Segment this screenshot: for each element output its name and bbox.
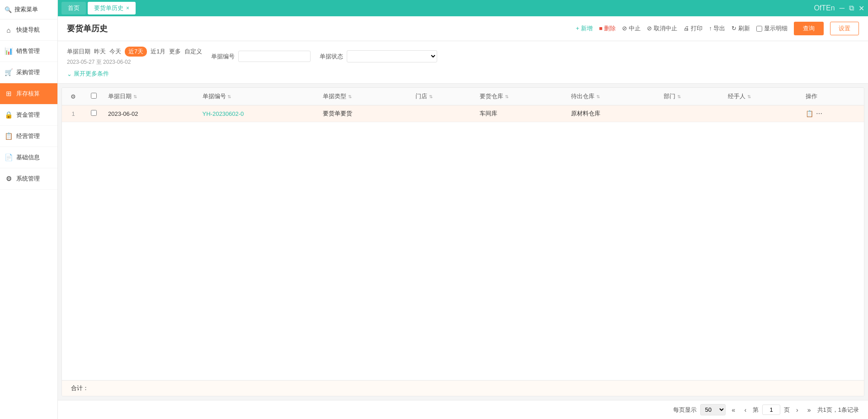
sidebar-item-basic[interactable]: 📄 基础信息 [0, 147, 57, 168]
row-edit-icon[interactable]: 📋 [806, 110, 813, 117]
date-opt-custom[interactable]: 自定义 [184, 48, 202, 56]
date-opt-1month[interactable]: 近1月 [151, 48, 165, 56]
date-opt-7days[interactable]: 近7天 [125, 47, 147, 57]
sidebar-item-operation[interactable]: 📋 经营管理 [0, 126, 57, 147]
display-detail-toggle[interactable]: 显示明细 [756, 24, 788, 33]
status-select[interactable] [347, 50, 437, 62]
tab-bill-history[interactable]: 要货单历史 × [88, 2, 136, 14]
sidebar-item-quick-nav[interactable]: ⌂ 快捷导航 [0, 19, 57, 41]
next-page-button[interactable]: › [793, 405, 801, 414]
page-size-select[interactable]: 10 20 50 100 [700, 404, 726, 415]
bill-no-filter: 单据编号 [211, 51, 311, 62]
sort-req-wh-icon: ⇅ [505, 94, 509, 99]
table-container: ⚙ 单据日期 ⇅ 单据编号 ⇅ [62, 88, 864, 380]
sidebar-item-sales[interactable]: 📊 销售管理 [0, 41, 57, 62]
col-store-label: 门店 [415, 93, 427, 100]
sidebar-item-label: 资金管理 [16, 111, 40, 119]
sidebar-item-finance[interactable]: 🔒 资金管理 [0, 105, 57, 126]
search-icon: 🔍 [5, 6, 12, 13]
settings-button[interactable]: 设置 [830, 22, 859, 35]
col-pending-warehouse[interactable]: 待出仓库 ⇅ [566, 88, 658, 105]
sidebar-item-label: 基础信息 [16, 153, 40, 162]
delete-button[interactable]: ■ 删除 [599, 24, 616, 33]
stop-button[interactable]: ⊘ 中止 [622, 24, 641, 33]
col-dept-label: 部门 [664, 93, 675, 100]
sidebar-item-system[interactable]: ⚙ 系统管理 [0, 168, 57, 190]
prev-page-button[interactable]: ‹ [741, 405, 749, 414]
col-handler[interactable]: 经手人 ⇅ [722, 88, 800, 105]
sidebar-item-label: 经营管理 [16, 132, 40, 140]
date-opt-today[interactable]: 今天 [109, 48, 121, 56]
sidebar-item-label: 快捷导航 [16, 26, 40, 34]
expand-more-btn[interactable]: ⌄ 展开更多条件 [67, 70, 859, 78]
sidebar-item-inventory[interactable]: ⊞ 库存核算 [0, 83, 57, 105]
row-checkbox[interactable] [91, 110, 97, 116]
col-date[interactable]: 单据日期 ⇅ [103, 88, 197, 105]
cancel-stop-button[interactable]: ⊘ 取消中止 [647, 24, 677, 33]
sort-date-icon: ⇅ [133, 94, 137, 99]
tab-bill-history-label: 要货单历史 [94, 4, 123, 12]
table-footer: 合计： [62, 380, 864, 396]
page-title: 要货单历史 [67, 23, 108, 34]
col-bill-no[interactable]: 单据编号 ⇅ [197, 88, 318, 105]
row-bill-no[interactable]: YH-20230602-0 [197, 105, 318, 122]
page-number-input[interactable] [762, 405, 780, 415]
display-detail-checkbox[interactable] [756, 26, 762, 32]
filter-area: 单据日期 昨天 今天 近7天 近1月 更多 自定义 2023-05-27 至 2… [58, 41, 868, 84]
row-store [410, 105, 474, 122]
query-button[interactable]: 查询 [794, 22, 824, 35]
chart-icon: 📊 [5, 47, 13, 55]
tab-bar-right: OfTEn ─ ⧉ ✕ [814, 4, 864, 13]
date-opt-yesterday[interactable]: 昨天 [94, 48, 106, 56]
col-req-warehouse-label: 要货仓库 [480, 93, 503, 100]
total-info: 共1页，1条记录 [817, 406, 859, 414]
page-size-label: 每页显示 [673, 406, 697, 414]
new-button[interactable]: + 新增 [576, 24, 593, 33]
sort-bill-no-icon: ⇅ [227, 94, 231, 99]
sidebar: 🔍 搜索菜单 ⌂ 快捷导航 📊 销售管理 🛒 采购管理 ⊞ 库存核算 🔒 资金管… [0, 0, 58, 419]
col-dept[interactable]: 部门 ⇅ [658, 88, 722, 105]
bill-no-input[interactable] [238, 51, 311, 62]
date-filter-label: 单据日期 [67, 48, 90, 56]
first-page-button[interactable]: « [729, 405, 738, 414]
date-opt-more[interactable]: 更多 [169, 48, 181, 56]
status-label: 单据状态 [320, 52, 343, 61]
select-all-checkbox[interactable] [91, 93, 97, 99]
lock-icon: 🔒 [5, 111, 13, 119]
row-pending-warehouse: 原材料仓库 [566, 105, 658, 122]
content-area: 要货单历史 + 新增 ■ 删除 ⊘ 中止 ⊘ 取消中止 🖨 打印 ↑ 导出 ↻ … [58, 16, 868, 419]
print-button[interactable]: 🖨 打印 [684, 24, 703, 33]
last-page-button[interactable]: » [805, 405, 814, 414]
expand-more-label: 展开更多条件 [74, 70, 109, 78]
row-checkbox-cell[interactable] [85, 105, 103, 122]
minimize-icon[interactable]: ─ [840, 4, 844, 12]
col-store[interactable]: 门店 ⇅ [410, 88, 474, 105]
col-req-warehouse[interactable]: 要货仓库 ⇅ [474, 88, 566, 105]
page-input-prefix: 第 [753, 406, 759, 414]
page-input-suffix: 页 [784, 406, 790, 414]
cart-icon: 🛒 [5, 68, 13, 76]
col-settings[interactable]: ⚙ [62, 88, 85, 105]
tab-close-icon[interactable]: × [126, 5, 129, 11]
tab-home-label: 首页 [68, 4, 80, 12]
row-bill-type: 要货单要货 [317, 105, 410, 122]
sidebar-item-label: 销售管理 [16, 47, 40, 55]
col-bill-type[interactable]: 单据类型 ⇅ [317, 88, 410, 105]
doc-icon: 📄 [5, 153, 13, 162]
export-button[interactable]: ↑ 导出 [709, 24, 725, 33]
refresh-button[interactable]: ↻ 刷新 [731, 24, 750, 33]
restore-icon[interactable]: ⧉ [849, 4, 854, 12]
row-more-icon[interactable]: ⋯ [816, 110, 822, 117]
tab-home[interactable]: 首页 [61, 2, 86, 14]
close-icon[interactable]: ✕ [859, 4, 864, 13]
col-checkbox[interactable] [85, 88, 103, 105]
sidebar-item-label: 库存核算 [16, 90, 40, 98]
bill-no-link[interactable]: YH-20230602-0 [203, 110, 244, 117]
sidebar-search[interactable]: 🔍 搜索菜单 [0, 0, 57, 19]
filter-row: 单据日期 昨天 今天 近7天 近1月 更多 自定义 2023-05-27 至 2… [67, 47, 859, 66]
row-date: 2023-06-02 [103, 105, 197, 122]
sort-store-icon: ⇅ [429, 94, 433, 99]
table-row: 1 2023-06-02 YH-20230602-0 要货单要货 车间库 [62, 105, 864, 122]
sidebar-item-purchase[interactable]: 🛒 采购管理 [0, 62, 57, 83]
col-op: 操作 [800, 88, 864, 105]
